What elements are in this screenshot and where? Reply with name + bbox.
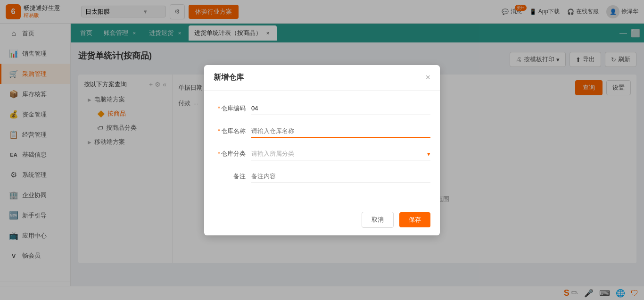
name-label: 仓库名称 <box>214 127 251 135</box>
modal-header: 新增仓库 × <box>204 65 440 91</box>
new-warehouse-modal: 新增仓库 × 仓库编码 仓库名称 仓库分类 请输入所属分类 ▾ <box>204 65 440 235</box>
category-select[interactable]: 请输入所属分类 <box>251 147 430 160</box>
code-row: 仓库编码 <box>214 102 430 115</box>
category-row: 仓库分类 请输入所属分类 ▾ <box>214 147 430 160</box>
category-select-wrapper: 请输入所属分类 ▾ <box>251 147 430 160</box>
modal-title: 新增仓库 <box>214 73 244 83</box>
name-input[interactable] <box>251 125 430 138</box>
modal-footer: 取消 保存 <box>204 204 440 235</box>
modal-close-button[interactable]: × <box>425 73 430 83</box>
modal-overlay[interactable]: 新增仓库 × 仓库编码 仓库名称 仓库分类 请输入所属分类 ▾ <box>0 0 644 300</box>
category-label: 仓库分类 <box>214 150 251 158</box>
remark-label: 备注 <box>214 172 251 181</box>
save-button[interactable]: 保存 <box>399 212 430 227</box>
modal-body: 仓库编码 仓库名称 仓库分类 请输入所属分类 ▾ 备注 <box>204 91 440 204</box>
remark-row: 备注 <box>214 170 430 183</box>
code-label: 仓库编码 <box>214 104 251 113</box>
name-row: 仓库名称 <box>214 125 430 138</box>
cancel-button[interactable]: 取消 <box>362 212 394 228</box>
code-input[interactable] <box>251 102 430 115</box>
remark-input[interactable] <box>251 170 430 183</box>
